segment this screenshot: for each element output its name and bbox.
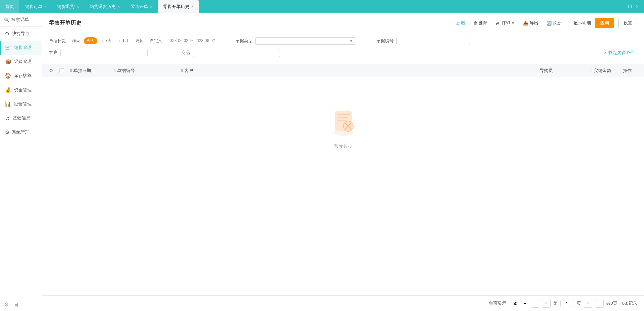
filter-order-no-item: 单据编号 [376,37,470,45]
date-btn-1month[interactable]: 近1月 [116,37,132,44]
date-btn-7days[interactable]: 近7天 [99,37,114,44]
collapse-btn[interactable]: ∧ 收起更多条件 [601,48,637,57]
filter-customer-select[interactable]: ... [60,49,148,57]
tab-retail-open-close[interactable]: × [150,5,152,9]
sidebar-settings-icon[interactable]: ⚙ [4,301,9,308]
tab-sales-return-label: 销货退货 [57,4,75,10]
sidebar-item-sales-mgmt-label: 销售管理 [14,45,32,51]
system-mgmt-icon: ⚙ [5,129,9,135]
settings-button[interactable]: 设置 [618,18,637,28]
sidebar-item-purchase-mgmt[interactable]: 📦 采购管理 [0,55,42,69]
tab-sales-order[interactable]: 销售订单 × [19,0,52,13]
tab-retail-open-history-label: 零售开单历史 [163,4,189,10]
sidebar-item-inventory-label: 库存核算 [14,73,32,79]
col-header-guide[interactable]: ⇅ 导购员 [533,68,574,74]
table-select-all-checkbox[interactable] [56,68,67,73]
tab-sales-return-history-close[interactable]: × [118,5,120,9]
sidebar-search[interactable]: 🔍 搜索采单 [0,13,42,27]
query-button[interactable]: 查询 [595,18,614,28]
col-date-label: 单据日期 [73,68,91,74]
table-header-row: ⚙ ⇅ 单据日期 ⇅ 单据编号 ⇅ 客户 ⇅ 导购员 [42,64,644,77]
refresh-label: 刷新 [553,20,562,26]
first-page-icon: « [534,301,536,306]
col-action-label: 操作 [623,68,632,74]
page-title: 零售开单历史 [49,20,81,27]
new-button[interactable]: + + 新增 [447,19,467,28]
filter-goods-select[interactable]: ... [193,49,280,57]
tab-sales-return-history[interactable]: 销货退货历史 × [84,0,125,13]
sidebar-item-inventory[interactable]: 🏠 库存核算 [0,69,42,83]
col-header-customer[interactable]: ⇅ 客户 [178,68,533,74]
sidebar-item-sales-mgmt[interactable]: 🛒 销售管理 [0,41,42,55]
page-number-input[interactable] [560,300,574,307]
table-container: ⚙ ⇅ 单据日期 ⇅ 单据编号 ⇅ 客户 ⇅ 导购员 [42,64,644,295]
pagination-last-btn[interactable]: » [595,299,604,308]
sidebar-item-operations[interactable]: 📊 经营管理 [0,97,42,111]
table-column-settings-icon[interactable]: ⚙ [46,68,56,73]
sidebar-collapse-icon[interactable]: ◀ [14,301,18,308]
filter-order-type-arrow-icon: ▼ [349,39,353,43]
svg-rect-3 [337,117,348,118]
search-icon: 🔍 [4,17,9,22]
filter-order-type-item: 单据类型 ▼ [235,37,356,45]
tab-sales-order-close[interactable]: × [44,5,46,9]
export-icon: 📤 [523,21,528,26]
main-layout: 🔍 搜索采单 ⊙ 快捷导航 🛒 销售管理 📦 采购管理 🏠 库存核算 💰 [0,13,644,311]
page-prefix-label: 第 [553,300,558,306]
finance-icon: 💰 [5,87,11,93]
sidebar-item-finance[interactable]: 💰 资金管理 [0,83,42,97]
tab-sales-return[interactable]: 销货退货 × [52,0,84,13]
per-page-select[interactable]: 50 10 20 100 [509,300,528,307]
pagination-bar: 每页显示 50 10 20 100 « < 第 页 > » 共0页，0条记录 [42,295,644,311]
next-page-icon: > [587,301,589,306]
date-btn-yesterday[interactable]: 昨天 [69,37,83,44]
window-close-icon[interactable]: × [636,4,639,10]
pagination-prev-btn[interactable]: < [542,299,551,308]
col-sort-icon-amount: ⇅ [590,69,593,72]
tab-retail-open-history[interactable]: 零售开单历史 × [158,0,199,13]
print-label: 打印 [501,20,510,26]
col-header-amount[interactable]: ⇅ 实销金额 [574,68,614,74]
filter-area: 单据日期 昨天 今天 近7天 近1月 更多 自定义 2023-06-02 至 2… [42,32,644,64]
sidebar-nav: ⊙ 快捷导航 🛒 销售管理 📦 采购管理 🏠 库存核算 💰 资金管理 📊 [0,27,42,298]
window-minimize-icon[interactable]: — [619,4,624,10]
col-sort-icon-order-no: ⇅ [113,69,116,72]
filter-order-no-input[interactable] [396,37,470,45]
date-btn-custom[interactable]: 自定义 [147,37,165,44]
delete-button[interactable]: 🗑 删除 [471,19,490,28]
col-header-order-no[interactable]: ⇅ 单据编号 [111,68,178,74]
page-header: 零售开单历史 + + 新增 🗑 删除 🖨 打印 ▼ 📤 导出 [42,13,644,32]
sidebar-bottom: ⚙ ◀ [0,298,42,311]
tab-retail-open-history-close[interactable]: × [191,5,193,9]
filter-date-item: 单据日期 昨天 今天 近7天 近1月 更多 自定义 2023-06-02 至 2… [49,37,215,44]
print-button[interactable]: 🖨 打印 ▼ [494,19,517,28]
select-all-box[interactable] [59,68,64,73]
sidebar-item-operations-label: 经营管理 [14,101,32,107]
pagination-first-btn[interactable]: « [531,299,539,308]
col-sort-icon-date: ⇅ [70,69,72,72]
sidebar-item-basic-info[interactable]: 🗂 基础信息 [0,111,42,125]
refresh-button[interactable]: 🔄 刷新 [544,19,564,28]
quick-nav-icon: ⊙ [5,31,9,37]
tab-sales-return-close[interactable]: × [77,5,79,9]
empty-state: 暂无数据 [42,77,644,176]
col-header-date[interactable]: ⇅ 单据日期 [67,68,111,74]
date-btn-more[interactable]: 更多 [133,37,146,44]
empty-state-text: 暂无数据 [334,143,353,149]
display-toggle-checkbox[interactable] [568,21,572,25]
date-btn-today[interactable]: 今天 [84,37,97,44]
tab-home[interactable]: 首页 [0,0,19,13]
filter-customer-label: 客户 [49,50,58,56]
display-toggle-label: 显示明细 [574,20,591,26]
delete-label: 删除 [479,20,488,26]
display-toggle[interactable]: 显示明细 [568,20,591,26]
sidebar-item-basic-info-label: 基础信息 [13,115,30,121]
window-maximize-icon[interactable]: □ [628,4,632,10]
pagination-next-btn[interactable]: > [584,299,592,308]
sidebar-item-quick-nav[interactable]: ⊙ 快捷导航 [0,27,42,41]
sidebar-item-system-mgmt[interactable]: ⚙ 系统管理 [0,125,42,139]
filter-order-type-select[interactable]: ▼ [255,37,356,45]
export-button[interactable]: 📤 导出 [521,19,540,28]
tab-retail-open[interactable]: 零售开单 × [125,0,157,13]
refresh-icon: 🔄 [546,21,552,26]
